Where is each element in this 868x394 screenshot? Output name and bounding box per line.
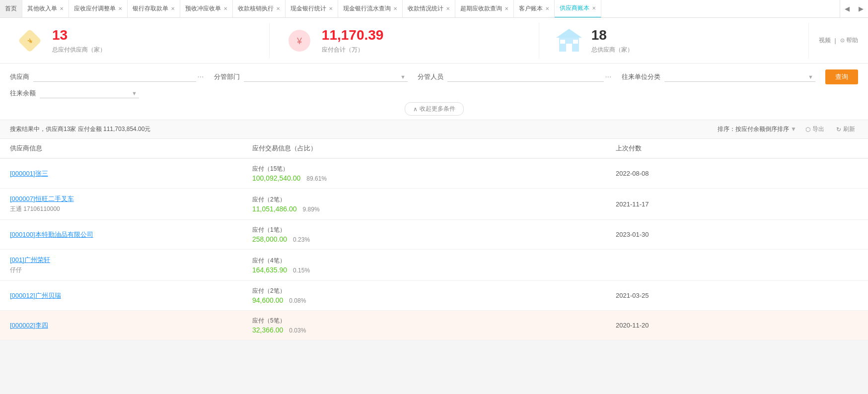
nav-next-arrow[interactable]: ▶ bbox=[854, 0, 868, 18]
close-icon[interactable]: ✕ bbox=[60, 6, 64, 11]
supplier-sub: 王通 17106110000 bbox=[10, 205, 252, 213]
table-row[interactable]: [000007]恒旺二手叉车 王通 17106110000 应付（2笔） 11,… bbox=[0, 189, 868, 220]
person-ellipsis-icon[interactable]: ··· bbox=[605, 72, 611, 81]
supplier-link[interactable]: [000012]广州贝瑞 bbox=[10, 292, 61, 299]
supplier-link[interactable]: [000100]本特勤油品有限公司 bbox=[10, 231, 93, 238]
tx-label: 应付（15笔） bbox=[252, 165, 616, 173]
table-row[interactable]: [000001]张三 应付（15笔） 100,092,540.00 89.61%… bbox=[0, 159, 868, 189]
tx-amount[interactable]: 32,366.00 bbox=[252, 326, 283, 334]
stat-info-total: 11,170.39 应付合计（万） bbox=[322, 27, 384, 54]
svg-rect-7 bbox=[560, 40, 565, 44]
collapse-button[interactable]: ∧ 收起更多条件 bbox=[405, 102, 464, 116]
person-input[interactable] bbox=[447, 72, 604, 82]
tx-amount-row: 164,635.90 0.15% bbox=[252, 266, 616, 274]
tx-label: 应付（2笔） bbox=[252, 196, 616, 204]
close-icon[interactable]: ✕ bbox=[276, 6, 280, 11]
supplier-link[interactable]: [001]广州荣轩 bbox=[10, 256, 50, 263]
dept-input[interactable] bbox=[244, 72, 408, 82]
balance-select-wrapper: ▼ bbox=[40, 88, 139, 98]
nav-tab-label: 其他收入单 bbox=[27, 4, 57, 13]
sort-label-text: 排序：按应付余额倒序排序 bbox=[718, 126, 789, 132]
stat-card-total-suppliers: 18 总供应商（家） bbox=[539, 23, 809, 58]
tx-amount[interactable]: 94,600.00 bbox=[252, 296, 283, 304]
nav-tab-9[interactable]: 超期应收款查询 ✕ bbox=[455, 0, 514, 18]
close-icon[interactable]: ✕ bbox=[545, 6, 549, 11]
supplier-link[interactable]: [000007]恒旺二手叉车 bbox=[10, 195, 74, 202]
nav-tab-label: 现金银行统计 bbox=[290, 4, 326, 13]
supplier-table: 供应商信息 应付交易信息（占比） 上次付数 [000001]张三 应付（15笔）… bbox=[0, 139, 868, 340]
nav-tab-label: 银行存取款单 bbox=[133, 4, 168, 13]
grain-icon: ¥ bbox=[285, 27, 314, 54]
nav-tab-7[interactable]: 现金银行流水查询 ✕ bbox=[338, 0, 403, 18]
tx-label: 应付（5笔） bbox=[252, 317, 616, 325]
nav-tab-4[interactable]: 预收冲应收单 ✕ bbox=[180, 0, 233, 18]
sort-label: 排序：按应付余额倒序排序 ▼ bbox=[718, 125, 796, 133]
tx-amount-row: 11,051,486.00 9.89% bbox=[252, 205, 616, 213]
close-icon[interactable]: ✕ bbox=[171, 6, 175, 11]
table-row[interactable]: [000002]李四 应付（5笔） 32,366.00 0.03% 2020-1… bbox=[0, 311, 868, 340]
stat-label-all-suppliers: 总供应商（家） bbox=[591, 46, 633, 54]
close-icon[interactable]: ✕ bbox=[393, 6, 397, 11]
table-row[interactable]: [000012]广州贝瑞 应付（2笔） 94,600.00 0.08% 2021… bbox=[0, 281, 868, 311]
nav-tab-label: 客户账本 bbox=[519, 4, 543, 13]
search-button[interactable]: 查询 bbox=[825, 69, 858, 84]
video-link[interactable]: 视频 bbox=[819, 36, 831, 45]
stat-label-payable: 总应付供应商（家） bbox=[52, 46, 106, 54]
category-input[interactable] bbox=[664, 72, 816, 82]
close-icon[interactable]: ✕ bbox=[118, 6, 122, 11]
stat-card-suppliers-payable: ¥ 13 总应付供应商（家） bbox=[0, 23, 270, 58]
close-icon[interactable]: ✕ bbox=[592, 5, 596, 11]
table-row[interactable]: [001]广州荣轩 仔仔 应付（4笔） 164,635.90 0.15% bbox=[0, 250, 868, 281]
separator: | bbox=[835, 37, 836, 44]
tx-percent: 9.89% bbox=[303, 206, 320, 213]
supplier-label: 供应商 bbox=[10, 72, 29, 81]
supplier-input[interactable] bbox=[33, 72, 196, 82]
transaction-info-cell: 应付（2笔） 94,600.00 0.08% bbox=[252, 287, 616, 304]
stat-info-all-suppliers: 18 总供应商（家） bbox=[591, 27, 633, 54]
export-label: 导出 bbox=[812, 125, 824, 133]
tx-amount[interactable]: 258,000.00 bbox=[252, 235, 287, 243]
tx-percent: 0.23% bbox=[293, 236, 310, 243]
close-icon[interactable]: ✕ bbox=[223, 6, 227, 11]
nav-tab-10[interactable]: 客户账本 ✕ bbox=[514, 0, 555, 18]
search-area: 供应商 ··· 分管部门 ▼ 分管人员 ··· 往来单位分类 ▼ 查询 往来 bbox=[0, 64, 868, 120]
tx-amount-row: 94,600.00 0.08% bbox=[252, 296, 616, 304]
last-payment-cell: 2020-11-20 bbox=[616, 322, 858, 329]
nav-tab-1[interactable]: 其他收入单 ✕ bbox=[22, 0, 69, 18]
tx-amount[interactable]: 11,051,486.00 bbox=[252, 205, 297, 213]
nav-tab-8[interactable]: 收款情况统计 ✕ bbox=[403, 0, 455, 18]
person-label: 分管人员 bbox=[418, 72, 443, 81]
nav-tab-2[interactable]: 应收应付调整单 ✕ bbox=[69, 0, 128, 18]
stat-value-total: 11,170.39 bbox=[322, 27, 384, 44]
supplier-link[interactable]: [000002]李四 bbox=[10, 322, 48, 329]
nav-tab-11[interactable]: 供应商账本 ✕ bbox=[555, 0, 601, 18]
refresh-icon: ↻ bbox=[836, 126, 841, 133]
balance-field: 往来余额 ▼ bbox=[10, 88, 139, 98]
nav-tab-3[interactable]: 银行存取款单 ✕ bbox=[128, 0, 180, 18]
tx-amount[interactable]: 100,092,540.00 bbox=[252, 174, 300, 182]
results-right-actions: 排序：按应付余额倒序排序 ▼ ⬡ 导出 ↻ 刷新 bbox=[718, 124, 858, 134]
refresh-label: 刷新 bbox=[843, 125, 855, 133]
supplier-ellipsis-icon[interactable]: ··· bbox=[197, 72, 204, 81]
close-icon[interactable]: ✕ bbox=[505, 6, 508, 11]
balance-input[interactable] bbox=[40, 88, 139, 98]
nav-arrows: ◀ ▶ bbox=[840, 0, 868, 18]
table-row[interactable]: [000100]本特勤油品有限公司 应付（1笔） 258,000.00 0.23… bbox=[0, 220, 868, 250]
export-button[interactable]: ⬡ 导出 bbox=[802, 124, 827, 134]
results-summary-text: 搜索结果中，供应商13家 应付金额 111,703,854.00元 bbox=[10, 125, 150, 133]
close-icon[interactable]: ✕ bbox=[446, 6, 450, 11]
nav-prev-arrow[interactable]: ◀ bbox=[840, 0, 854, 18]
supplier-link[interactable]: [000001]张三 bbox=[10, 170, 48, 177]
supplier-info-cell: [000002]李四 bbox=[10, 321, 252, 330]
nav-tab-5[interactable]: 收款核销执行 ✕ bbox=[233, 0, 286, 18]
close-icon[interactable]: ✕ bbox=[329, 6, 333, 11]
nav-tab-6[interactable]: 现金银行统计 ✕ bbox=[286, 0, 338, 18]
help-link[interactable]: ⊙ 帮助 bbox=[840, 36, 858, 45]
top-right-links: 视频 | ⊙ 帮助 bbox=[809, 36, 868, 45]
supplier-info-cell: [000007]恒旺二手叉车 王通 17106110000 bbox=[10, 195, 252, 213]
stat-value-all-suppliers: 18 bbox=[591, 27, 633, 44]
refresh-button[interactable]: ↻ 刷新 bbox=[833, 124, 858, 134]
nav-tab-home[interactable]: 首页 bbox=[0, 0, 22, 18]
stat-value-payable: 13 bbox=[52, 27, 106, 44]
tx-amount[interactable]: 164,635.90 bbox=[252, 266, 287, 274]
